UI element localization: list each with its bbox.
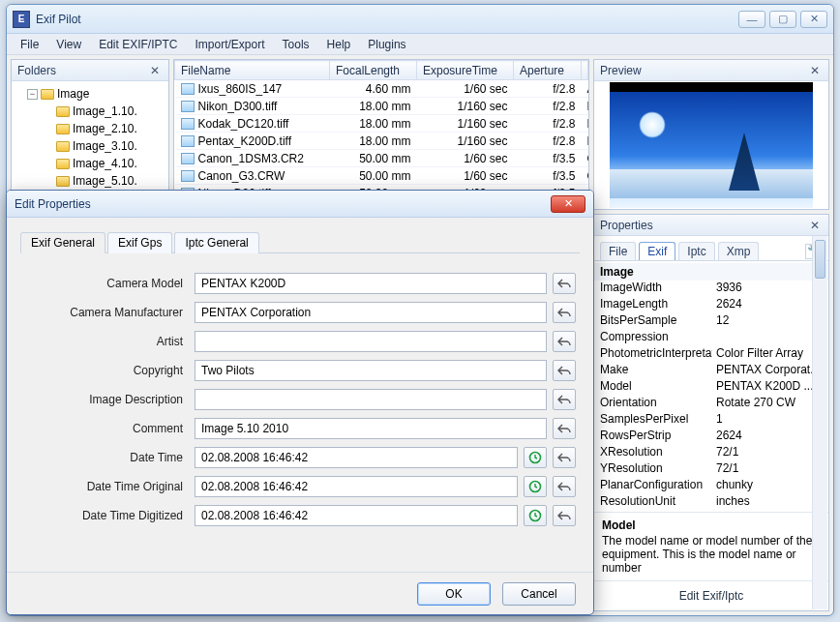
field-input[interactable] (195, 389, 547, 410)
edit-exif-iptc-button[interactable]: Edit Exif/Iptc (670, 587, 754, 605)
property-row[interactable]: ResolutionUnitinches (594, 494, 828, 511)
property-list[interactable]: Image ImageWidth3936ImageLength2624BitsP… (594, 260, 828, 512)
titlebar[interactable]: E Exif Pilot — ▢ ✕ (7, 5, 833, 34)
table-row[interactable]: Canon_G3.CRW50.00 mm1/60 secf/3.5On, R (175, 167, 588, 185)
table-row[interactable]: Nikon_D300.tiff18.00 mm1/160 secf/2.8No … (175, 98, 588, 115)
field-input[interactable] (195, 505, 518, 526)
close-button[interactable]: ✕ (800, 11, 827, 28)
tab-iptc-general[interactable]: Iptc General (174, 232, 258, 253)
image-file-icon (181, 83, 195, 95)
ok-button[interactable]: OK (417, 582, 491, 606)
menu-help[interactable]: Help (319, 36, 359, 53)
menu-view[interactable]: View (48, 36, 89, 53)
property-row[interactable]: Compression (594, 330, 828, 346)
field-input[interactable] (195, 331, 547, 352)
cancel-button[interactable]: Cancel (502, 582, 576, 606)
property-value: 1 (716, 412, 823, 429)
tab-exif[interactable]: Exif (639, 242, 675, 260)
dialog-close-button[interactable]: ✕ (551, 195, 585, 213)
property-row[interactable]: BitsPerSample12 (594, 313, 828, 330)
tree-item[interactable]: Image_4.10. (14, 155, 166, 172)
col-flash[interactable]: Flash (582, 61, 588, 80)
property-value: PENTAX Corporat... (716, 363, 823, 379)
table-row[interactable]: Canon_1DSM3.CR250.00 mm1/60 secf/3.5On, … (175, 150, 588, 167)
preview-close-icon[interactable]: ✕ (807, 64, 823, 77)
property-row[interactable]: RowsPerStrip2624 (594, 429, 828, 445)
table-row[interactable]: Ixus_860IS_1474.60 mm1/60 secf/2.8Auto, (175, 80, 588, 98)
revert-button[interactable] (553, 331, 576, 352)
field-input[interactable] (195, 418, 547, 439)
cell-focallength: 4.60 mm (330, 80, 417, 98)
property-key: SamplesPerPixel (600, 412, 712, 429)
folder-icon (56, 176, 70, 187)
property-row[interactable]: PlanarConfigurationchunky (594, 478, 828, 494)
property-row[interactable]: ImageLength2624 (594, 297, 828, 313)
field-input[interactable] (195, 273, 547, 294)
property-key: ImageLength (600, 297, 712, 313)
table-row[interactable]: Kodak_DC120.tiff18.00 mm1/160 secf/2.8No… (175, 115, 588, 133)
property-value (716, 330, 823, 346)
revert-button[interactable] (553, 360, 576, 381)
property-row[interactable]: XResolution72/1 (594, 445, 828, 461)
tab-xmp[interactable]: Xmp (718, 242, 760, 260)
property-row[interactable]: YResolution72/1 (594, 461, 828, 478)
tree-item[interactable]: Image_2.10. (14, 120, 166, 137)
cell-aperture: f/2.8 (514, 115, 582, 133)
tab-exif-general[interactable]: Exif General (20, 232, 105, 253)
table-row[interactable]: Pentax_K200D.tiff18.00 mm1/160 secf/2.8N… (175, 133, 588, 150)
property-row[interactable]: SamplesPerPixel1 (594, 412, 828, 429)
col-exposuretime[interactable]: ExposureTime (417, 61, 514, 80)
collapse-icon[interactable]: − (27, 89, 38, 100)
tab-iptc[interactable]: Iptc (678, 242, 714, 260)
tab-file[interactable]: File (600, 242, 636, 260)
col-filename[interactable]: FileName (175, 61, 330, 80)
field-input[interactable] (195, 360, 547, 381)
property-key: ResolutionUnit (600, 494, 712, 511)
cell-exposuretime: 1/60 sec (417, 167, 514, 185)
maximize-button[interactable]: ▢ (769, 11, 796, 28)
properties-close-icon[interactable]: ✕ (807, 219, 823, 232)
revert-button[interactable] (553, 476, 576, 497)
datetime-picker-button[interactable] (524, 447, 547, 468)
cell-exposuretime: 1/160 sec (417, 98, 514, 115)
tree-item[interactable]: Image_3.10. (14, 137, 166, 155)
col-aperture[interactable]: Aperture (514, 61, 582, 80)
property-row[interactable]: SoftwareK200D Ver 1.00 ... (594, 511, 828, 512)
menu-import-export[interactable]: Import/Export (188, 36, 273, 53)
menu-file[interactable]: File (13, 36, 46, 53)
revert-button[interactable] (553, 418, 576, 439)
property-key: BitsPerSample (600, 313, 712, 330)
property-key: Model (600, 379, 712, 396)
property-key: ImageWidth (600, 281, 712, 297)
revert-button[interactable] (553, 273, 576, 294)
tree-item[interactable]: Image_5.10. (14, 172, 166, 190)
property-row[interactable]: MakePENTAX Corporat... (594, 363, 828, 379)
field-input[interactable] (195, 447, 518, 468)
menu-tools[interactable]: Tools (275, 36, 317, 53)
field-input[interactable] (195, 476, 518, 497)
tab-exif-gps[interactable]: Exif Gps (107, 232, 172, 253)
revert-button[interactable] (553, 302, 576, 323)
col-focallength[interactable]: FocalLength (330, 61, 417, 80)
minimize-button[interactable]: — (738, 11, 765, 28)
revert-button[interactable] (553, 505, 576, 526)
revert-button[interactable] (553, 447, 576, 468)
property-row[interactable]: ImageWidth3936 (594, 281, 828, 297)
folders-close-icon[interactable]: ✕ (147, 64, 163, 77)
property-value: K200D Ver 1.00 ... (716, 511, 823, 512)
dialog-titlebar[interactable]: Edit Properties ✕ (7, 191, 593, 218)
revert-button[interactable] (553, 389, 576, 410)
cell-filename: Canon_1DSM3.CR2 (175, 150, 330, 167)
property-row[interactable]: OrientationRotate 270 CW (594, 396, 828, 412)
properties-scrollbar[interactable] (812, 236, 827, 609)
property-row[interactable]: ModelPENTAX K200D ... (594, 379, 828, 396)
menu-plugins[interactable]: Plugins (360, 36, 413, 53)
datetime-picker-button[interactable] (524, 505, 547, 526)
tree-item[interactable]: Image_1.10. (14, 103, 166, 120)
datetime-picker-button[interactable] (524, 476, 547, 497)
menu-edit-exif-iptc[interactable]: Edit EXIF/IPTC (91, 36, 185, 53)
property-row[interactable]: PhotometricInterpretatioColor Filter Arr… (594, 346, 828, 363)
field-input[interactable] (195, 302, 547, 323)
tree-root-label[interactable]: Image (57, 87, 89, 101)
folder-icon (41, 89, 54, 100)
